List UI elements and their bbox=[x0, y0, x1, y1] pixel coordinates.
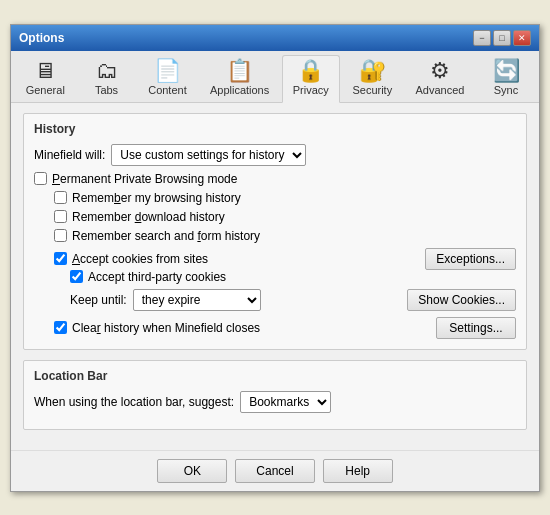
close-button[interactable]: ✕ bbox=[513, 30, 531, 46]
history-mode-select[interactable]: Use custom settings for history Remember… bbox=[111, 144, 306, 166]
third-party-row: Accept third-party cookies bbox=[70, 270, 516, 284]
exceptions-button[interactable]: Exceptions... bbox=[425, 248, 516, 270]
clear-history-row: Clear history when Minefield closes Sett… bbox=[34, 317, 516, 339]
advanced-icon: ⚙ bbox=[430, 60, 450, 82]
accept-cookies-checkbox[interactable] bbox=[54, 252, 67, 265]
remember-download-row: Remember download history bbox=[54, 210, 516, 224]
suggest-select[interactable]: Bookmarks History Nothing bbox=[240, 391, 331, 413]
tab-security[interactable]: 🔐 Security bbox=[342, 55, 403, 102]
tab-sync[interactable]: 🔄 Sync bbox=[477, 55, 535, 102]
remember-browsing-label: Remember my browsing history bbox=[72, 191, 241, 205]
minefield-will-label: Minefield will: bbox=[34, 148, 105, 162]
applications-icon: 📋 bbox=[226, 60, 253, 82]
suggest-label: When using the location bar, suggest: bbox=[34, 395, 234, 409]
tab-general[interactable]: 🖥 General bbox=[15, 55, 76, 102]
permanent-private-row: Permanent Private Browsing mode bbox=[34, 172, 516, 186]
general-icon: 🖥 bbox=[34, 60, 56, 82]
tabs-toolbar: 🖥 General 🗂 Tabs 📄 Content 📋 Application… bbox=[11, 51, 539, 103]
options-window: Options − □ ✕ 🖥 General 🗂 Tabs 📄 Content… bbox=[10, 24, 540, 492]
third-party-label: Accept third-party cookies bbox=[88, 270, 226, 284]
cancel-button[interactable]: Cancel bbox=[235, 459, 314, 483]
third-party-checkbox[interactable] bbox=[70, 270, 83, 283]
ok-button[interactable]: OK bbox=[157, 459, 227, 483]
security-icon: 🔐 bbox=[359, 60, 386, 82]
tab-tabs[interactable]: 🗂 Tabs bbox=[78, 55, 136, 102]
permanent-private-label: Permanent Private Browsing mode bbox=[52, 172, 237, 186]
tab-advanced[interactable]: ⚙ Advanced bbox=[405, 55, 475, 102]
window-controls: − □ ✕ bbox=[473, 30, 531, 46]
tab-tabs-label: Tabs bbox=[95, 84, 118, 96]
exceptions-btn-container: Exceptions... bbox=[425, 248, 516, 270]
tab-applications[interactable]: 📋 Applications bbox=[199, 55, 279, 102]
accept-cookies-left: Accept cookies from sites bbox=[34, 252, 425, 266]
keep-until-row: Keep until: they expire I close Firefox … bbox=[34, 289, 516, 311]
show-cookies-button[interactable]: Show Cookies... bbox=[407, 289, 516, 311]
remember-browsing-row: Remember my browsing history bbox=[54, 191, 516, 205]
content-icon: 📄 bbox=[154, 60, 181, 82]
remember-download-checkbox[interactable] bbox=[54, 210, 67, 223]
history-title: History bbox=[34, 122, 516, 136]
tab-advanced-label: Advanced bbox=[415, 84, 464, 96]
accept-cookies-check-row: Accept cookies from sites bbox=[54, 252, 425, 266]
keep-until-left: Keep until: they expire I close Firefox … bbox=[34, 289, 407, 311]
tab-security-label: Security bbox=[352, 84, 392, 96]
footer: OK Cancel Help bbox=[11, 450, 539, 491]
maximize-button[interactable]: □ bbox=[493, 30, 511, 46]
remember-search-row: Remember search and form history bbox=[54, 229, 516, 243]
remember-search-label: Remember search and form history bbox=[72, 229, 260, 243]
tab-applications-label: Applications bbox=[210, 84, 269, 96]
settings-button[interactable]: Settings... bbox=[436, 317, 516, 339]
help-button[interactable]: Help bbox=[323, 459, 393, 483]
window-title: Options bbox=[19, 31, 64, 45]
show-cookies-btn-container: Show Cookies... bbox=[407, 289, 516, 311]
tabs-icon: 🗂 bbox=[96, 60, 118, 82]
history-section: History Minefield will: Use custom setti… bbox=[23, 113, 527, 350]
accept-cookies-row: Accept cookies from sites Exceptions... bbox=[34, 248, 516, 270]
sync-icon: 🔄 bbox=[493, 60, 520, 82]
remember-download-label: Remember download history bbox=[72, 210, 225, 224]
minimize-button[interactable]: − bbox=[473, 30, 491, 46]
clear-history-check-row: Clear history when Minefield closes bbox=[54, 321, 436, 335]
keep-until-select[interactable]: they expire I close Firefox ask me every… bbox=[133, 289, 261, 311]
tab-privacy[interactable]: 🔒 Privacy bbox=[282, 55, 340, 103]
accept-cookies-label: Accept cookies from sites bbox=[72, 252, 208, 266]
clear-history-left: Clear history when Minefield closes bbox=[34, 321, 436, 335]
location-bar-title: Location Bar bbox=[34, 369, 516, 383]
tab-content[interactable]: 📄 Content bbox=[138, 55, 198, 102]
permanent-private-checkbox[interactable] bbox=[34, 172, 47, 185]
tab-privacy-label: Privacy bbox=[293, 84, 329, 96]
tab-sync-label: Sync bbox=[494, 84, 518, 96]
minefield-will-row: Minefield will: Use custom settings for … bbox=[34, 144, 516, 166]
settings-btn-container: Settings... bbox=[436, 317, 516, 339]
tab-general-label: General bbox=[26, 84, 65, 96]
privacy-icon: 🔒 bbox=[297, 60, 324, 82]
remember-search-checkbox[interactable] bbox=[54, 229, 67, 242]
suggest-row: When using the location bar, suggest: Bo… bbox=[34, 391, 516, 413]
clear-history-checkbox[interactable] bbox=[54, 321, 67, 334]
keep-until-inline: Keep until: they expire I close Firefox … bbox=[70, 289, 407, 311]
tab-content-label: Content bbox=[148, 84, 187, 96]
location-bar-section: Location Bar When using the location bar… bbox=[23, 360, 527, 430]
title-bar: Options − □ ✕ bbox=[11, 25, 539, 51]
remember-browsing-checkbox[interactable] bbox=[54, 191, 67, 204]
clear-history-label: Clear history when Minefield closes bbox=[72, 321, 260, 335]
keep-until-label: Keep until: bbox=[70, 293, 127, 307]
content-area: History Minefield will: Use custom setti… bbox=[11, 103, 539, 450]
